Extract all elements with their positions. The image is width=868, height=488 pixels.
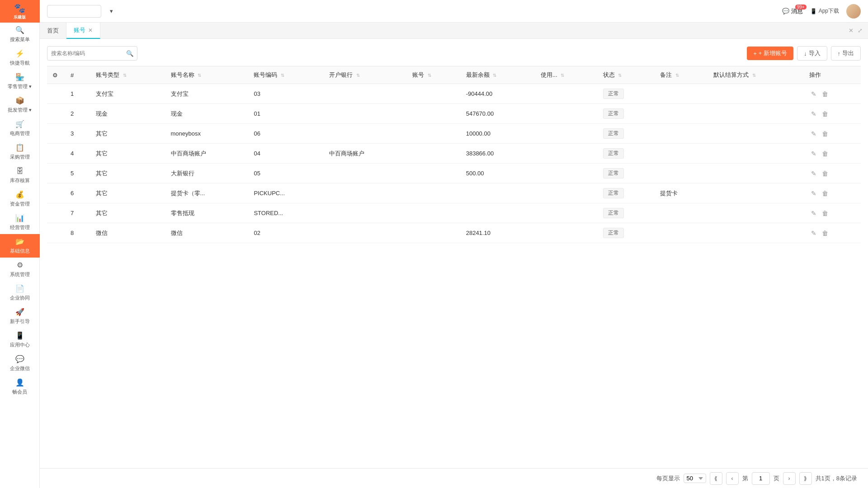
- sidebar-item-basic-info[interactable]: 📂 基础信息: [0, 234, 40, 258]
- search-box: 🔍: [47, 46, 137, 61]
- th-account[interactable]: 账号 ⇅: [407, 66, 460, 84]
- table-row: 4 其它 中百商场账户 04 中百商场账户 383866.00 正常 ✎ 🗑: [47, 144, 861, 164]
- delete-button-2[interactable]: 🗑: [820, 129, 830, 138]
- sidebar-label-search-menu: 搜索菜单: [10, 36, 30, 43]
- sidebar-label-member: 畅会员: [12, 389, 27, 395]
- sidebar-item-new-guide[interactable]: 🚀 新手引导: [0, 305, 40, 328]
- add-account-label: + 新增账号: [759, 49, 787, 57]
- th-remark[interactable]: 备注 ⇅: [655, 66, 708, 84]
- tab-home[interactable]: 首页: [40, 23, 66, 39]
- add-account-button[interactable]: + + 新增账号: [747, 47, 793, 60]
- cell-code-4: 05: [248, 164, 324, 183]
- page-first-button[interactable]: ⟪: [710, 472, 722, 485]
- avatar[interactable]: [846, 4, 861, 19]
- th-status[interactable]: 状态 ⇅: [598, 66, 655, 84]
- cell-index-7: 8: [65, 223, 90, 243]
- sidebar-icon-new-guide: 🚀: [15, 308, 24, 316]
- delete-button-1[interactable]: 🗑: [820, 109, 830, 118]
- edit-button-4[interactable]: ✎: [809, 169, 818, 178]
- export-label: 导出: [842, 49, 854, 57]
- sidebar-item-corp-agreement[interactable]: 📄 企业协同: [0, 281, 40, 305]
- cell-status-6: 正常: [598, 203, 655, 223]
- sidebar-item-wholesale-mgmt[interactable]: 📦 批发管理 ▾: [0, 93, 40, 117]
- delete-button-3[interactable]: 🗑: [820, 149, 830, 158]
- table-row: 5 其它 大新银行 05 500.00 正常 ✎ 🗑: [47, 164, 861, 183]
- app-download-button[interactable]: 📱 App下载: [810, 7, 839, 15]
- cell-gear-1: [47, 104, 65, 124]
- search-input[interactable]: [47, 50, 123, 56]
- tab-account-close[interactable]: ✕: [88, 27, 93, 33]
- cell-action-6: ✎ 🗑: [804, 203, 861, 223]
- page-last-button[interactable]: ⟫: [799, 472, 812, 485]
- th-usage[interactable]: 使用... ⇅: [535, 66, 598, 84]
- app-icon: 📱: [810, 8, 817, 14]
- edit-button-1[interactable]: ✎: [809, 109, 818, 118]
- message-icon: 💬: [782, 8, 789, 14]
- edit-button-2[interactable]: ✎: [809, 129, 818, 138]
- tab-expand-window[interactable]: ⤢: [855, 26, 864, 35]
- sidebar-label-corp-wechat: 企业微信: [10, 365, 30, 372]
- th-default-settle[interactable]: 默认结算方式 ⇅: [708, 66, 804, 84]
- sidebar: 🐾 乐建版 🔍 搜索菜单 ⚡ 快捷导航 🏪 零售管理 ▾ 📦 批发管理 ▾ 🛒 …: [0, 0, 40, 488]
- sidebar-item-quick-nav[interactable]: ⚡ 快捷导航: [0, 46, 40, 70]
- search-button[interactable]: 🔍: [123, 46, 137, 61]
- delete-button-7[interactable]: 🗑: [820, 229, 830, 238]
- cell-index-5: 6: [65, 183, 90, 203]
- th-bank[interactable]: 开户银行 ⇅: [324, 66, 407, 84]
- tab-close-window[interactable]: ✕: [846, 26, 855, 35]
- cell-balance-0: -90444.00: [461, 84, 535, 104]
- delete-button-4[interactable]: 🗑: [820, 169, 830, 178]
- topbar-dropdown-icon[interactable]: ▾: [105, 5, 118, 18]
- cell-balance-1: 547670.00: [461, 104, 535, 124]
- sidebar-label-ecom-mgmt: 电商管理: [10, 130, 30, 137]
- sidebar-item-member[interactable]: 👤 畅会员: [0, 375, 40, 399]
- sidebar-item-ops-mgmt[interactable]: 📊 经营管理: [0, 211, 40, 234]
- edit-button-5[interactable]: ✎: [809, 189, 818, 198]
- sidebar-icon-search-menu: 🔍: [15, 26, 24, 34]
- tab-account[interactable]: 账号 ✕: [66, 23, 100, 39]
- cell-default-settle-2: [708, 124, 804, 144]
- toolbar-right: + + 新增账号 ↓ 导入 ↑ 导出: [747, 46, 861, 61]
- sidebar-label-app-center: 应用中心: [10, 342, 30, 348]
- page-size-select[interactable]: 50 20 100: [684, 474, 706, 483]
- th-code[interactable]: 账号编码 ⇅: [248, 66, 324, 84]
- delete-button-5[interactable]: 🗑: [820, 189, 830, 198]
- page-next-button[interactable]: ›: [783, 472, 796, 485]
- import-button[interactable]: ↓ 导入: [797, 46, 827, 61]
- cell-name-1: 现金: [165, 104, 249, 124]
- th-balance[interactable]: 最新余额 ⇅: [461, 66, 535, 84]
- delete-button-0[interactable]: 🗑: [820, 89, 830, 99]
- content-area: 🔍 + + 新增账号 ↓ 导入 ↑ 导出: [40, 39, 868, 488]
- sidebar-item-sys-mgmt[interactable]: ⚙ 系统管理: [0, 258, 40, 281]
- sidebar-item-search-menu[interactable]: 🔍 搜索菜单: [0, 23, 40, 46]
- sidebar-item-ecom-mgmt[interactable]: 🛒 电商管理: [0, 117, 40, 140]
- page-number-input[interactable]: [752, 472, 770, 485]
- th-name[interactable]: 账号名称 ⇅: [165, 66, 249, 84]
- export-button[interactable]: ↑ 导出: [831, 46, 861, 61]
- cell-action-1: ✎ 🗑: [804, 104, 861, 124]
- edit-button-7[interactable]: ✎: [809, 229, 818, 238]
- th-type[interactable]: 账号类型 ⇅: [90, 66, 165, 84]
- sidebar-item-finance-mgmt[interactable]: 💰 资金管理: [0, 187, 40, 211]
- cell-balance-5: [461, 183, 535, 203]
- sidebar-item-corp-wechat[interactable]: 💬 企业微信: [0, 352, 40, 375]
- sidebar-item-app-center[interactable]: 📱 应用中心: [0, 328, 40, 352]
- delete-button-6[interactable]: 🗑: [820, 209, 830, 218]
- message-button[interactable]: 💬 消息 99+: [782, 7, 803, 15]
- cell-index-3: 4: [65, 144, 90, 164]
- sidebar-item-retail-mgmt[interactable]: 🏪 零售管理 ▾: [0, 70, 40, 93]
- sidebar-label-finance-mgmt: 资金管理: [10, 201, 30, 207]
- edit-button-6[interactable]: ✎: [809, 209, 818, 218]
- topbar-search-input[interactable]: [47, 5, 101, 18]
- cell-bank-4: [324, 164, 407, 183]
- cell-name-3: 中百商场账户: [165, 144, 249, 164]
- edit-button-3[interactable]: ✎: [809, 149, 818, 158]
- main-area: ▾ 💬 消息 99+ 📱 App下载 首页 账号 ✕ ✕ ⤢: [40, 0, 868, 488]
- edit-button-0[interactable]: ✎: [809, 89, 818, 99]
- sidebar-item-purchase-mgmt[interactable]: 📋 采购管理: [0, 140, 40, 164]
- cell-account-1: [407, 104, 460, 124]
- sidebar-item-inventory[interactable]: 🗄 库存核算: [0, 164, 40, 187]
- sidebar-icon-corp-wechat: 💬: [15, 355, 24, 363]
- page-prev-button[interactable]: ‹: [726, 472, 739, 485]
- th-gear[interactable]: ⚙: [47, 66, 65, 84]
